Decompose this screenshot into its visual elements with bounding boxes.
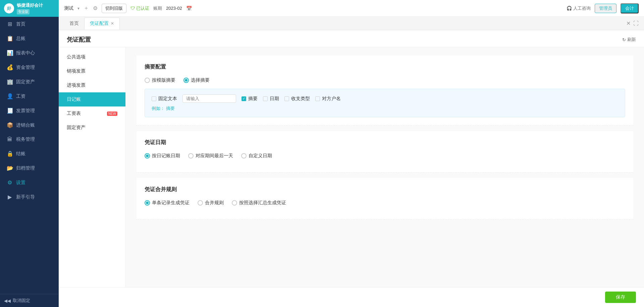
- checkbox-fixed-text[interactable]: 固定文本: [152, 96, 177, 102]
- logo-text: 畅捷通好会计 专业版: [17, 2, 43, 14]
- sidebar-logo: 好 畅捷通好会计 专业版: [0, 0, 59, 17]
- merge-title: 凭证合并规则: [145, 186, 625, 193]
- manager-button[interactable]: 管理员: [595, 4, 616, 13]
- assets-icon: 🏢: [7, 79, 13, 85]
- logo-icon: 好: [4, 3, 14, 13]
- refresh-icon: ↻: [622, 37, 626, 42]
- checkbox-payment-type[interactable]: 收支类型: [284, 96, 310, 102]
- headset-icon: 🎧: [567, 6, 572, 11]
- checkbox-summary[interactable]: ✓ 摘要: [241, 96, 258, 102]
- ledger-icon: 📋: [7, 35, 13, 42]
- radio-single[interactable]: 单条记录生成凭证: [145, 200, 190, 206]
- example-text: 例如： 摘要: [152, 105, 618, 112]
- radio-select-circle: [183, 78, 189, 83]
- merge-rule-circle: [198, 200, 203, 206]
- tabbar-expand-icon[interactable]: ⛶: [633, 20, 639, 27]
- page-title: 凭证配置: [67, 36, 91, 44]
- main-area: 测试 ▾ ＋ ⚙ 切到旧版 🛡 已认证 账期 2023-02 📅 🎧 人工咨询 …: [59, 0, 644, 307]
- verified-badge: 🛡 已认证: [130, 5, 149, 11]
- service-button[interactable]: 🎧 人工咨询: [567, 5, 591, 11]
- refresh-button[interactable]: ↻ 刷新: [622, 37, 636, 43]
- tab-home[interactable]: 首页: [64, 18, 84, 29]
- left-nav-diary[interactable]: 日记账: [59, 92, 125, 106]
- radio-template-circle: [145, 78, 150, 83]
- date-section: 凭证日期 按日记账日期 对应期间最后一天 自定义日期: [137, 131, 633, 173]
- radio-custom-date[interactable]: 自定义日期: [241, 153, 272, 159]
- sidebar-item-invoice[interactable]: 🧾 发票管理: [0, 103, 59, 118]
- add-icon[interactable]: ＋: [84, 5, 89, 12]
- sidebar-item-salary[interactable]: 👤 工资: [0, 89, 59, 103]
- period-value: 2023-02: [166, 6, 182, 11]
- save-button[interactable]: 保存: [605, 292, 636, 303]
- sidebar-item-close[interactable]: 🔒 结账: [0, 146, 59, 161]
- calendar-icon[interactable]: 📅: [186, 6, 192, 11]
- sidebar-item-archive[interactable]: 📂 归档管理: [0, 161, 59, 175]
- diary-date-circle: [145, 153, 150, 159]
- radio-diary-date[interactable]: 按日记账日期: [145, 153, 180, 159]
- summary-radio-group: 按模版摘要 选择摘要: [145, 77, 625, 83]
- sidebar-item-ledger[interactable]: 📋 总账: [0, 31, 59, 46]
- page-header: 凭证配置 ↻ 刷新: [59, 30, 644, 47]
- gear-icon[interactable]: ⚙: [93, 5, 98, 11]
- custom-date-circle: [241, 153, 247, 159]
- date-radio-group: 按日记账日期 对应期间最后一天 自定义日期: [145, 153, 625, 159]
- date-title: 凭证日期: [145, 139, 625, 146]
- select-merge-circle: [232, 200, 237, 206]
- payment-type-checkbox: [284, 96, 289, 101]
- radio-select[interactable]: 选择摘要: [183, 77, 210, 83]
- radio-period-last[interactable]: 对应期间最后一天: [188, 153, 233, 159]
- summary-section: 摘要配置 按模版摘要 选择摘要: [137, 55, 633, 126]
- body-area: 公共选项 销项发票 进项发票 日记账 工资表 NEW: [59, 47, 644, 287]
- sidebar-item-reports[interactable]: 📊 报表中心: [0, 46, 59, 60]
- new-badge: NEW: [107, 112, 117, 116]
- content-area: 凭证配置 ↻ 刷新 公共选项 销项发票 进项发票 日记账: [59, 30, 644, 307]
- sidebar-bottom: ◀◀ 取消固定: [0, 294, 59, 307]
- save-bar: 保存: [59, 287, 644, 307]
- tabbar-close-icon[interactable]: ✕: [626, 20, 631, 27]
- tab-close-icon[interactable]: ✕: [111, 21, 114, 26]
- date-checkbox: [263, 96, 268, 101]
- sidebar-item-trade[interactable]: 📦 进销台账: [0, 118, 59, 132]
- radio-template[interactable]: 按模版摘要: [145, 77, 175, 83]
- left-nav-fixed-assets[interactable]: 固定资产: [59, 121, 125, 135]
- tab-voucher-config[interactable]: 凭证配置 ✕: [84, 17, 120, 30]
- accountant-button[interactable]: 会计: [621, 3, 639, 13]
- left-nav-public[interactable]: 公共选项: [59, 50, 125, 64]
- summary-config-box: 固定文本 ✓ 摘要 日期: [145, 89, 625, 117]
- left-nav: 公共选项 销项发票 进项发票 日记账 工资表 NEW: [59, 47, 126, 287]
- guide-icon: ▶: [7, 194, 13, 200]
- payroll-row: 工资表 NEW: [67, 111, 117, 117]
- checkbox-counterpart[interactable]: 对方户名: [315, 96, 341, 102]
- sidebar-item-settings[interactable]: ⚙ 设置: [0, 175, 59, 190]
- sidebar-item-guide[interactable]: ▶ 新手引导: [0, 190, 59, 204]
- radio-select-merge[interactable]: 按照选择汇总生成凭证: [232, 200, 286, 206]
- pin-icon: ◀◀: [4, 298, 11, 303]
- counterpart-checkbox: [315, 96, 320, 101]
- summary-title: 摘要配置: [145, 63, 625, 71]
- invoice-icon: 🧾: [7, 107, 13, 114]
- tabbar: 首页 凭证配置 ✕ ✕ ⛶: [59, 17, 644, 30]
- radio-merge-rule[interactable]: 合并规则: [198, 200, 224, 206]
- right-content: 摘要配置 按模版摘要 选择摘要: [126, 47, 644, 287]
- company-title: 测试: [64, 5, 73, 11]
- fixed-text-checkbox: [152, 96, 156, 101]
- cancel-pin-button[interactable]: ◀◀ 取消固定: [4, 298, 55, 304]
- left-nav-payroll[interactable]: 工资表 NEW: [59, 106, 125, 121]
- period-last-circle: [188, 153, 194, 159]
- left-nav-purchase-invoice[interactable]: 进项发票: [59, 78, 125, 92]
- checkbox-date[interactable]: 日期: [263, 96, 279, 102]
- summary-config-row: 固定文本 ✓ 摘要 日期: [152, 94, 618, 103]
- sidebar-item-home[interactable]: ⊞ 首页: [0, 17, 59, 31]
- salary-icon: 👤: [7, 93, 13, 99]
- archive-icon: 📂: [7, 165, 13, 171]
- fixed-text-input[interactable]: [182, 94, 236, 103]
- topbar: 测试 ▾ ＋ ⚙ 切到旧版 🛡 已认证 账期 2023-02 📅 🎧 人工咨询 …: [59, 0, 644, 17]
- left-nav-sales-invoice[interactable]: 销项发票: [59, 64, 125, 78]
- sidebar-item-tax[interactable]: 🏛 税务管理: [0, 132, 59, 146]
- period-label: 账期: [153, 5, 162, 11]
- title-dropdown-icon[interactable]: ▾: [77, 6, 79, 11]
- sidebar-item-funds[interactable]: 💰 资金管理: [0, 60, 59, 75]
- old-version-button[interactable]: 切到旧版: [102, 4, 126, 13]
- sidebar-item-assets[interactable]: 🏢 固定资产: [0, 75, 59, 89]
- sidebar: 好 畅捷通好会计 专业版 ⊞ 首页 📋 总账 📊 报表中心 💰 资金管理 🏢 固…: [0, 0, 59, 307]
